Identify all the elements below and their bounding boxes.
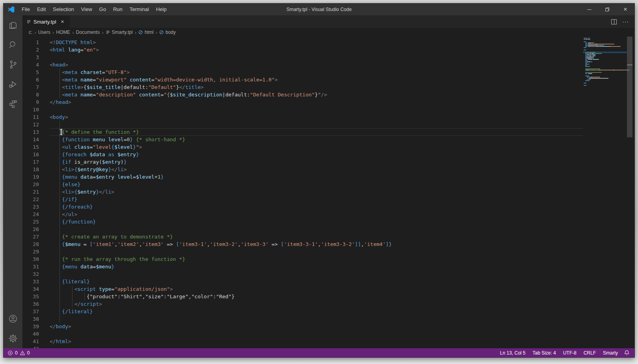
problems-indicator[interactable]: 0 0 bbox=[4, 350, 30, 356]
line-content[interactable]: {* create an array to demonstrate *} bbox=[50, 233, 583, 240]
code-line[interactable]: 29 bbox=[22, 248, 583, 255]
menu-selection[interactable]: Selection bbox=[49, 4, 77, 15]
code-line[interactable]: 37 {/literal} bbox=[22, 308, 583, 315]
activity-explorer[interactable] bbox=[4, 15, 22, 35]
breadcrumb-item-body[interactable]: body bbox=[159, 30, 176, 35]
line-content[interactable]: </script> bbox=[50, 300, 583, 308]
line-content[interactable]: </head> bbox=[50, 98, 583, 106]
line-content[interactable]: {/foreach} bbox=[50, 203, 583, 211]
breadcrumb-item-smartytpl[interactable]: Smarty.tpl bbox=[106, 30, 133, 35]
code-line[interactable]: 28 {$menu = ['item1','item2','item3' => … bbox=[22, 240, 583, 248]
line-content[interactable]: {/if} bbox=[50, 196, 583, 203]
code-line[interactable]: 10 bbox=[22, 106, 583, 113]
code-line[interactable]: 41</html> bbox=[22, 338, 583, 345]
status-eol[interactable]: CRLF bbox=[580, 350, 599, 356]
bell-icon[interactable] bbox=[624, 350, 630, 356]
status-language[interactable]: Smarty bbox=[599, 350, 621, 356]
code-line[interactable]: 42 bbox=[22, 345, 583, 348]
breadcrumb-item-documents[interactable]: Documents bbox=[76, 30, 100, 35]
code-line[interactable]: 19 {menu data=$entry level=$level+1} bbox=[22, 173, 583, 181]
code-line[interactable]: 13 {* define the function *} bbox=[22, 128, 583, 136]
code-line[interactable]: 34 <script type="application/json"> bbox=[22, 285, 583, 293]
line-content[interactable] bbox=[50, 315, 583, 323]
line-content[interactable]: {* define the function *} bbox=[50, 128, 583, 136]
menu-view[interactable]: View bbox=[78, 4, 96, 15]
activity-extensions[interactable] bbox=[4, 94, 22, 114]
activity-settings[interactable] bbox=[4, 329, 22, 348]
line-content[interactable]: <meta name="description" content="{$site… bbox=[50, 91, 583, 98]
code-line[interactable]: 4<head> bbox=[22, 61, 583, 68]
tab-close-icon[interactable]: × bbox=[59, 18, 66, 25]
line-content[interactable]: <html lang="en"> bbox=[50, 46, 583, 54]
line-content[interactable]: {if is_array($entry)} bbox=[50, 158, 583, 166]
code-line[interactable]: 16 {foreach $data as $entry} bbox=[22, 151, 583, 158]
line-content[interactable] bbox=[50, 248, 583, 255]
code-line[interactable]: 5 <meta charset="UTF-8"> bbox=[22, 68, 583, 76]
line-content[interactable]: {else} bbox=[50, 181, 583, 188]
code-line[interactable]: 39</body> bbox=[22, 323, 583, 330]
code-line[interactable]: 15 <ul class="level{$level}"> bbox=[22, 143, 583, 151]
line-content[interactable]: {foreach $data as $entry} bbox=[50, 151, 583, 158]
restore-button[interactable] bbox=[598, 4, 616, 15]
line-content[interactable]: {$menu = ['item1','item2','item3' => ['i… bbox=[50, 240, 583, 248]
line-content[interactable]: <ul class="level{$level}"> bbox=[50, 143, 583, 151]
code-line[interactable]: 17 {if is_array($entry)} bbox=[22, 158, 583, 166]
more-actions-icon[interactable]: ··· bbox=[622, 18, 629, 25]
status-line-col[interactable]: Ln 13, Col 5 bbox=[497, 350, 529, 356]
minimap[interactable] bbox=[583, 37, 627, 348]
menu-go[interactable]: Go bbox=[96, 4, 109, 15]
line-content[interactable]: {* run the array through the function *} bbox=[50, 255, 583, 263]
line-content[interactable]: {menu data=$entry level=$level+1} bbox=[50, 173, 583, 181]
breadcrumb-item-users[interactable]: Users bbox=[38, 30, 50, 35]
code-line[interactable]: 36 </script> bbox=[22, 300, 583, 308]
line-content[interactable] bbox=[50, 121, 583, 128]
line-content[interactable]: <body> bbox=[50, 113, 583, 121]
menu-run[interactable]: Run bbox=[109, 4, 126, 15]
line-content[interactable] bbox=[50, 270, 583, 278]
code-line[interactable]: 11<body> bbox=[22, 113, 583, 121]
code-line[interactable]: 1<!DOCTYPE html> bbox=[22, 39, 583, 46]
menu-file[interactable]: File bbox=[18, 4, 33, 15]
scrollbar-thumb[interactable] bbox=[627, 37, 632, 137]
code-line[interactable]: 12 bbox=[22, 121, 583, 128]
code-line[interactable]: 22 {/if} bbox=[22, 196, 583, 203]
line-content[interactable]: {/function} bbox=[50, 218, 583, 225]
activity-run-debug[interactable] bbox=[4, 74, 22, 94]
code-line[interactable]: 3 bbox=[22, 54, 583, 61]
code-line[interactable]: 25 {/function} bbox=[22, 218, 583, 225]
code-line[interactable]: 40 bbox=[22, 330, 583, 338]
line-content[interactable]: <title>{$site_title|default:"Default"}</… bbox=[50, 83, 583, 91]
line-content[interactable]: </ul> bbox=[50, 211, 583, 218]
activity-source-control[interactable] bbox=[4, 55, 22, 74]
line-content[interactable] bbox=[50, 225, 583, 233]
line-content[interactable]: <head> bbox=[50, 61, 583, 68]
split-editor-icon[interactable] bbox=[611, 19, 617, 24]
line-content[interactable] bbox=[50, 345, 583, 348]
code-line[interactable]: 7 <title>{$site_title|default:"Default"}… bbox=[22, 83, 583, 91]
code-line[interactable]: 26 bbox=[22, 225, 583, 233]
line-content[interactable]: {literal} bbox=[50, 278, 583, 285]
line-content[interactable] bbox=[50, 330, 583, 338]
breadcrumb-item-c[interactable]: c: bbox=[29, 30, 32, 35]
activity-search[interactable] bbox=[4, 35, 22, 55]
breadcrumb-item-home[interactable]: HOME bbox=[56, 30, 70, 35]
code-line[interactable]: 14 {function menu level=0} {* short-hand… bbox=[22, 136, 583, 143]
line-content[interactable]: {"product":"Shirt","size":"Large","color… bbox=[50, 293, 583, 300]
line-content[interactable]: </body> bbox=[50, 323, 583, 330]
line-content[interactable]: <li>{$entry}</li> bbox=[50, 188, 583, 196]
minimize-button[interactable] bbox=[580, 4, 598, 15]
line-content[interactable] bbox=[50, 54, 583, 61]
tab-smarty-tpl[interactable]: Smarty.tpl × bbox=[22, 15, 70, 28]
code-line[interactable]: 24 </ul> bbox=[22, 211, 583, 218]
line-content[interactable]: <script type="application/json"> bbox=[50, 285, 583, 293]
code-line[interactable]: 20 {else} bbox=[22, 181, 583, 188]
status-encoding[interactable]: UTF-8 bbox=[560, 350, 580, 356]
code-line[interactable]: 30 {* run the array through the function… bbox=[22, 255, 583, 263]
line-content[interactable]: <meta charset="UTF-8"> bbox=[50, 68, 583, 76]
line-content[interactable]: <!DOCTYPE html> bbox=[50, 39, 583, 46]
code-line[interactable]: 32 bbox=[22, 270, 583, 278]
code-line[interactable]: 33 {literal} bbox=[22, 278, 583, 285]
status-tab-size[interactable]: Tab Size: 4 bbox=[529, 350, 559, 356]
menu-help[interactable]: Help bbox=[152, 4, 170, 15]
line-content[interactable]: <li>{$entry@key}</li> bbox=[50, 166, 583, 173]
